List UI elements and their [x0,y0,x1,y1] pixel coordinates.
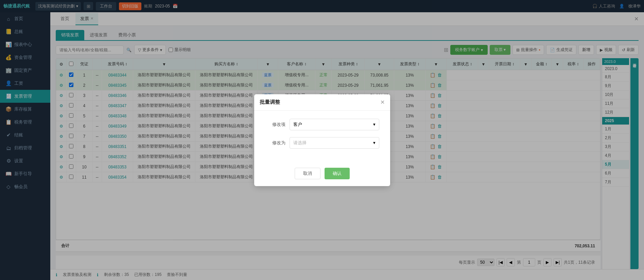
value-dropdown-icon: ▾ [373,140,376,145]
value-placeholder: 请选择 [293,140,307,146]
modal-footer: 取消 确认 [254,164,390,186]
modal-body: 修改项 客户 ▾ 修改为 请选择 ▾ [254,111,390,164]
value-row: 修改为 请选择 ▾ [265,137,379,149]
modal-overlay: 批量调整 ✕ 修改项 客户 ▾ 修改为 请选择 ▾ 取消 确认 [0,0,644,280]
field-label: 修改项 [265,121,285,128]
cancel-button[interactable]: 取消 [295,168,320,179]
batch-adjust-modal: 批量调整 ✕ 修改项 客户 ▾ 修改为 请选择 ▾ 取消 确认 [254,94,390,186]
field-select[interactable]: 客户 ▾ [290,119,379,130]
confirm-button[interactable]: 确认 [325,168,350,179]
field-dropdown-icon: ▾ [373,122,376,127]
modal-header: 批量调整 ✕ [254,94,390,111]
field-value: 客户 [293,121,302,128]
modal-title: 批量调整 [260,99,280,105]
value-select[interactable]: 请选择 ▾ [290,137,379,149]
value-label: 修改为 [265,140,285,146]
modal-close-btn[interactable]: ✕ [380,99,385,105]
field-row: 修改项 客户 ▾ [265,119,379,130]
